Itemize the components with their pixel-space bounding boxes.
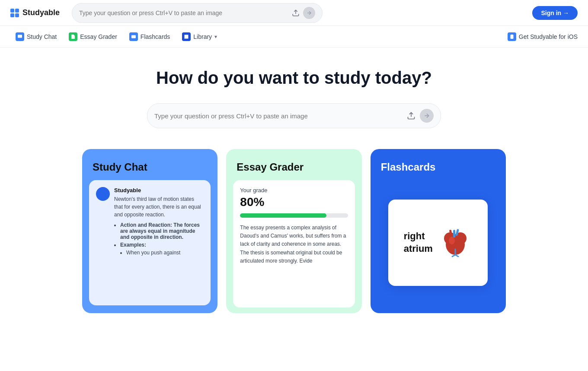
heart-illustration xyxy=(438,225,473,260)
chat-avatar xyxy=(96,187,110,201)
chat-point1-label: Action and Reaction: xyxy=(120,222,172,228)
essay-grader-card[interactable]: Essay Grader Your grade 80% The essay pr… xyxy=(226,149,361,313)
main-upload-button[interactable] xyxy=(407,111,415,120)
logo-icon xyxy=(10,9,19,17)
chat-point2-label: Examples: xyxy=(120,242,146,248)
chat-main-text: Newton's third law of motion states that… xyxy=(114,195,204,219)
ios-label: Get Studyable for iOS xyxy=(519,33,578,40)
nav: Study Chat Essay Grader Flashcards Libra… xyxy=(0,26,588,48)
library-icon xyxy=(182,32,191,41)
chat-content: Studyable Newton's third law of motion s… xyxy=(114,187,204,257)
flashcards-card-title: Flashcards xyxy=(371,149,506,180)
main-search-input[interactable] xyxy=(154,112,403,120)
essay-inner: Your grade 80% The essay presents a comp… xyxy=(233,180,355,308)
nav-essay-grader-label: Essay Grader xyxy=(80,33,117,40)
flashcard: right atrium xyxy=(388,200,488,286)
library-chevron-icon: ▾ xyxy=(214,34,217,40)
grade-value: 80% xyxy=(240,195,348,209)
flash-inner: right atrium xyxy=(377,180,499,305)
chat-point2-text: When you push against xyxy=(126,250,204,256)
logo[interactable]: Studyable xyxy=(10,8,60,17)
chat-list-item-2: Examples: When you push against xyxy=(120,242,204,256)
study-chat-icon xyxy=(16,32,24,41)
svg-rect-3 xyxy=(131,35,136,38)
main-submit-button[interactable] xyxy=(420,109,434,123)
upload-icon xyxy=(407,111,415,120)
svg-point-13 xyxy=(449,237,455,244)
upload-icon xyxy=(292,9,300,17)
essay-grader-card-title: Essay Grader xyxy=(226,149,361,180)
header: Studyable Sign in → xyxy=(0,0,588,26)
main-search-bar[interactable] xyxy=(147,103,441,128)
header-search-input[interactable] xyxy=(79,10,288,16)
ios-link[interactable]: Get Studyable for iOS xyxy=(508,32,578,41)
header-submit-button[interactable] xyxy=(303,7,315,19)
nav-item-study-chat[interactable]: Study Chat xyxy=(10,30,62,44)
logo-text: Studyable xyxy=(22,8,60,17)
arrow-right-icon xyxy=(423,112,430,119)
chat-list: Action and Reaction: The forces are alwa… xyxy=(114,222,204,256)
svg-rect-4 xyxy=(510,35,513,39)
chat-sender-name: Studyable xyxy=(114,187,204,193)
essay-text: The essay presents a complex analysis of… xyxy=(240,224,348,265)
nav-item-essay-grader[interactable]: Essay Grader xyxy=(64,30,122,44)
header-upload-button[interactable] xyxy=(292,9,300,17)
arrow-right-icon xyxy=(306,10,312,16)
grade-label: Your grade xyxy=(240,187,348,193)
flashcard-text: right atrium xyxy=(404,230,433,255)
header-right: Sign in → xyxy=(532,6,578,20)
flashcards-icon xyxy=(129,32,138,41)
progress-bar-background xyxy=(240,213,348,218)
nav-item-library[interactable]: Library ▾ xyxy=(177,30,222,44)
svg-line-16 xyxy=(455,255,458,257)
study-chat-card[interactable]: Study Chat Studyable Newton's third law … xyxy=(82,149,217,313)
main-content: How do you want to study today? Study Ch… xyxy=(0,48,588,330)
svg-rect-2 xyxy=(18,35,22,38)
chat-message: Studyable Newton's third law of motion s… xyxy=(96,187,204,257)
study-chat-card-title: Study Chat xyxy=(82,149,217,180)
chat-list-item-1: Action and Reaction: The forces are alwa… xyxy=(120,222,204,240)
nav-library-label: Library xyxy=(193,33,212,40)
flashcards-card[interactable]: Flashcards right atrium xyxy=(371,149,506,313)
sign-in-button[interactable]: Sign in → xyxy=(532,6,578,20)
nav-study-chat-label: Study Chat xyxy=(27,33,57,40)
hero-title: How do you want to study today? xyxy=(156,68,432,88)
svg-rect-10 xyxy=(453,230,455,238)
header-search-bar[interactable] xyxy=(72,3,323,23)
nav-right: Get Studyable for iOS xyxy=(508,32,578,41)
nav-item-flashcards[interactable]: Flashcards xyxy=(124,30,175,44)
ios-icon xyxy=(508,32,516,41)
nav-flashcards-label: Flashcards xyxy=(141,33,170,40)
progress-bar-fill xyxy=(240,213,326,218)
cards-row: Study Chat Studyable Newton's third law … xyxy=(82,149,506,313)
essay-grader-icon xyxy=(69,32,77,41)
chat-inner: Studyable Newton's third law of motion s… xyxy=(89,180,211,305)
